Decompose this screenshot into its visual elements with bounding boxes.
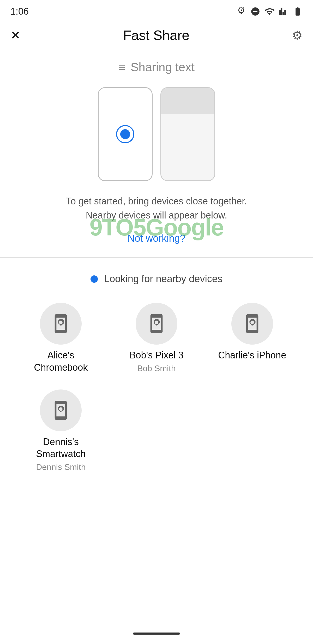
device-grid: Alice'sChromebook Bob's Pixel 3 Bob Smit… (0, 298, 313, 389)
device-item-bob[interactable]: Bob's Pixel 3 Bob Smith (111, 303, 202, 374)
looking-section: Looking for nearby devices (0, 258, 313, 298)
minus-circle-icon (250, 7, 260, 16)
looking-dot (91, 275, 98, 283)
wifi-icon (264, 7, 274, 16)
status-time: 1:06 (10, 6, 29, 17)
device-name-alice: Alice'sChromebook (34, 349, 88, 374)
looking-text: Looking for nearby devices (104, 273, 222, 285)
unknown-device-icon-dennis (50, 397, 71, 423)
device-name-dennis: Dennis'sSmartwatch (36, 436, 86, 460)
header: ✕ Fast Share ⚙ (0, 21, 313, 50)
receiver-phone-top (161, 88, 214, 114)
close-button[interactable]: ✕ (10, 29, 21, 41)
device-avatar-charlie (231, 303, 273, 345)
alarm-icon (236, 7, 246, 16)
unknown-device-icon (50, 311, 71, 337)
receiver-phone (160, 87, 215, 181)
home-indicator (133, 633, 180, 635)
status-bar: 1:06 (0, 0, 313, 21)
device-avatar-bob (136, 303, 177, 345)
instruction-text: To get started, bring devices close toge… (0, 186, 313, 225)
sharing-section: ≡ Sharing text (0, 50, 313, 79)
bottom-nav-bar (0, 623, 313, 644)
device-owner-dennis: Dennis Smith (36, 462, 86, 472)
sharing-label: Sharing text (131, 60, 195, 74)
phone-animation (0, 79, 313, 186)
receiver-phone-body (161, 114, 214, 181)
device-avatar-alice (40, 303, 82, 345)
device-item-alice[interactable]: Alice'sChromebook (16, 303, 106, 374)
settings-button[interactable]: ⚙ (292, 28, 303, 42)
device-item-dennis[interactable]: Dennis'sSmartwatch Dennis Smith (16, 389, 106, 472)
not-working-link[interactable]: Not working? (0, 225, 313, 257)
sender-phone (98, 87, 153, 181)
device-name-charlie: Charlie's iPhone (218, 349, 286, 362)
instruction-line2: Nearby devices will appear below. (86, 210, 227, 221)
sender-dot-inner (120, 129, 130, 139)
text-lines-icon: ≡ (118, 60, 125, 74)
status-icons (236, 7, 303, 16)
unknown-device-icon-charlie (242, 311, 263, 337)
device-item-charlie[interactable]: Charlie's iPhone (207, 303, 297, 374)
sender-dot (116, 125, 134, 143)
device-name-bob: Bob's Pixel 3 (130, 349, 184, 362)
unknown-device-icon-bob (146, 311, 167, 337)
device-owner-bob: Bob Smith (137, 364, 176, 373)
instruction-line1: To get started, bring devices close toge… (66, 196, 247, 206)
page-title: Fast Share (123, 27, 189, 43)
battery-icon (293, 7, 303, 16)
device-avatar-dennis (40, 389, 82, 431)
signal-icon (279, 7, 288, 16)
device-grid-2: Dennis'sSmartwatch Dennis Smith (0, 389, 313, 488)
